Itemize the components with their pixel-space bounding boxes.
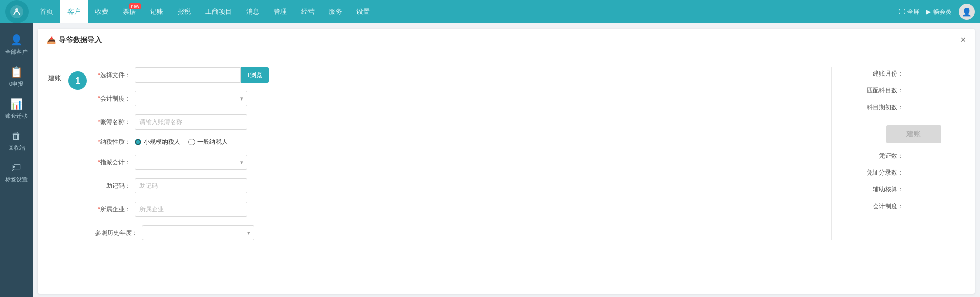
nav-items: 首页 客户 收费 票据 new 记账 报税 工商项目 消息 管理 经营 服务 设… bbox=[33, 0, 899, 23]
info-panel: 建账月份： 匹配科目数： 科目期初数： 建账 bbox=[863, 67, 965, 240]
info-vouchers: 凭证数： bbox=[863, 152, 965, 160]
tag-icon: 🏷 bbox=[11, 162, 21, 174]
nav-manage[interactable]: 管理 bbox=[267, 0, 294, 23]
modal-title: 📥 导爷数据导入 bbox=[47, 36, 102, 45]
file-input[interactable] bbox=[135, 67, 241, 83]
company-input[interactable] bbox=[135, 202, 247, 217]
trash-icon: 🗑 bbox=[11, 130, 21, 142]
browse-button[interactable]: +浏览 bbox=[241, 67, 269, 83]
new-badge: new bbox=[129, 3, 141, 9]
svg-point-1 bbox=[15, 8, 18, 11]
fullscreen-icon: ⛶ bbox=[899, 8, 905, 15]
nav-home[interactable]: 首页 bbox=[33, 0, 60, 23]
vertical-divider bbox=[831, 67, 832, 240]
form-row-accounting-system: *会计制度： bbox=[95, 91, 269, 106]
form-fields: *选择文件： +浏览 *会计制度： bbox=[95, 67, 269, 240]
info-build-month: 建账月份： bbox=[863, 69, 965, 78]
sidebar: 👤 全部客户 📋 0申报 📊 账套迁移 🗑 回收站 🏷 标签设置 bbox=[0, 23, 33, 297]
logo[interactable] bbox=[5, 0, 29, 23]
modal-card: 📥 导爷数据导入 × 建账 1 bbox=[38, 29, 975, 294]
play-icon: ▶ bbox=[926, 8, 931, 15]
tax-nature-label: *纳税性质： bbox=[95, 138, 131, 146]
auxiliary-label: 辅助核算： bbox=[863, 185, 903, 194]
form-row-tax-nature: *纳税性质： 小规模纳税人 一般纳税人 bbox=[95, 138, 269, 146]
info-accounting-system: 会计制度： bbox=[863, 202, 965, 211]
nav-bill[interactable]: 票据 new bbox=[115, 0, 143, 23]
migration-icon: 📊 bbox=[10, 98, 23, 110]
form-row-memo-code: 助记码： bbox=[95, 178, 269, 193]
accounting-system-label: *会计制度： bbox=[95, 94, 131, 103]
main-layout: 👤 全部客户 📋 0申报 📊 账套迁移 🗑 回收站 🏷 标签设置 📥 导 bbox=[0, 23, 980, 297]
accountant-select[interactable] bbox=[135, 155, 247, 170]
general-taxpayer-radio[interactable]: 一般纳税人 bbox=[188, 138, 228, 146]
accounting-system-select[interactable] bbox=[135, 91, 247, 106]
sidebar-item-zero-report[interactable]: 📋 0申报 bbox=[0, 61, 33, 93]
info-auxiliary: 辅助核算： bbox=[863, 185, 965, 194]
build-button-area: 建账 bbox=[863, 125, 965, 143]
zero-report-icon: 📋 bbox=[10, 66, 23, 78]
nav-service[interactable]: 服务 bbox=[322, 0, 349, 23]
avatar[interactable]: 👤 bbox=[959, 4, 975, 20]
history-year-select[interactable] bbox=[142, 225, 254, 240]
top-nav: 首页 客户 收费 票据 new 记账 报税 工商项目 消息 管理 经营 服务 设… bbox=[0, 0, 980, 23]
tax-nature-radio-group: 小规模纳税人 一般纳税人 bbox=[135, 138, 228, 146]
nav-tax[interactable]: 报税 bbox=[171, 0, 198, 23]
nav-settings[interactable]: 设置 bbox=[349, 0, 377, 23]
content-area: 📥 导爷数据导入 × 建账 1 bbox=[33, 23, 980, 297]
build-button[interactable]: 建账 bbox=[886, 125, 941, 143]
info-voucher-entries: 凭证分录数： bbox=[863, 168, 965, 177]
small-taxpayer-radio[interactable]: 小规模纳税人 bbox=[135, 138, 180, 146]
form-row-file: *选择文件： +浏览 bbox=[95, 67, 269, 83]
nav-fee[interactable]: 收费 bbox=[88, 0, 115, 23]
accountant-label: *指派会计： bbox=[95, 158, 131, 167]
file-label: *选择文件： bbox=[95, 71, 131, 80]
memo-code-input[interactable] bbox=[135, 178, 247, 193]
nav-business[interactable]: 工商项目 bbox=[198, 0, 239, 23]
info-match-subjects: 匹配科目数： bbox=[863, 86, 965, 95]
sidebar-item-recycle-bin[interactable]: 🗑 回收站 bbox=[0, 125, 33, 157]
ledger-name-input[interactable] bbox=[135, 114, 247, 130]
nav-message[interactable]: 消息 bbox=[239, 0, 267, 23]
voucher-entries-label: 凭证分录数： bbox=[863, 168, 903, 177]
vouchers-label: 凭证数： bbox=[863, 152, 903, 160]
step-section: 建账 1 *选择文件： +浏览 bbox=[48, 67, 801, 240]
ledger-name-label: *账簿名称： bbox=[95, 118, 131, 127]
memo-code-label: 助记码： bbox=[95, 182, 131, 190]
info-initial-subjects: 科目期初数： bbox=[863, 103, 965, 112]
form-row-ledger-name: *账簿名称： bbox=[95, 114, 269, 130]
form-row-history-year: 参照历史年度： bbox=[95, 225, 269, 240]
member-button[interactable]: ▶ 畅会员 bbox=[926, 8, 951, 16]
nav-bookkeeping[interactable]: 记账 bbox=[143, 0, 171, 23]
modal-header: 📥 导爷数据导入 × bbox=[38, 29, 975, 52]
form-row-accountant: *指派会计： bbox=[95, 155, 269, 170]
step-circle: 1 bbox=[68, 71, 87, 90]
form-row-company: *所属企业： bbox=[95, 202, 269, 217]
history-year-label: 参照历史年度： bbox=[95, 229, 138, 237]
fullscreen-button[interactable]: ⛶ 全屏 bbox=[899, 8, 919, 16]
match-subjects-label: 匹配科目数： bbox=[863, 86, 903, 95]
all-customers-icon: 👤 bbox=[10, 34, 23, 46]
initial-subjects-label: 科目期初数： bbox=[863, 103, 903, 112]
sidebar-item-all-customers[interactable]: 👤 全部客户 bbox=[0, 29, 33, 61]
build-month-label: 建账月份： bbox=[863, 69, 903, 78]
sidebar-item-account-migration[interactable]: 📊 账套迁移 bbox=[0, 93, 33, 125]
nav-right: ⛶ 全屏 ▶ 畅会员 👤 bbox=[899, 4, 975, 20]
info-accounting-system-label: 会计制度： bbox=[863, 202, 903, 211]
close-button[interactable]: × bbox=[960, 35, 966, 45]
import-icon: 📥 bbox=[47, 36, 56, 44]
company-label: *所属企业： bbox=[95, 205, 131, 214]
sidebar-item-tag-settings[interactable]: 🏷 标签设置 bbox=[0, 157, 33, 188]
nav-operation[interactable]: 经营 bbox=[294, 0, 322, 23]
form-body: 建账 1 *选择文件： +浏览 bbox=[38, 52, 975, 256]
step-label: 建账 bbox=[48, 69, 61, 83]
nav-customer[interactable]: 客户 bbox=[60, 0, 88, 23]
